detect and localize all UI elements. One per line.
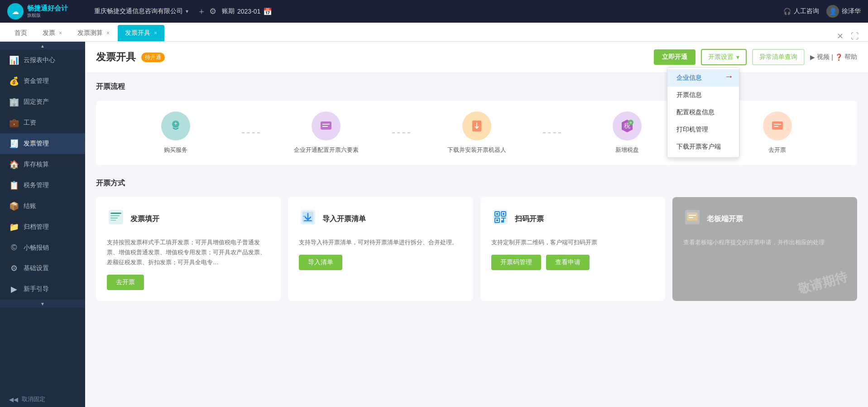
sidebar-item-label: 工资 [24,119,36,127]
download-icon [462,111,491,141]
fill-invoice-button[interactable]: 去开票 [107,275,144,290]
add-tax-icon: 税 + [613,111,642,141]
settings-dropdown: → 企业信息 开票信息 配置税盘信息 打印机管理 下载开票客户端 [667,67,739,158]
method-card-boss-invoice: 老板端开票 查看老板端小程序提交的开票申请，并作出相应的处理 敬请期待 [672,197,857,301]
sidebar-item-cloud-report[interactable]: 📊 云报表中心 [0,50,85,71]
top-bar: ☁ 畅捷通好会计 旗舰版 重庆畅捷交通信息咨询有限公司 ▾ ＋ ⚙ 账期 202… [0,0,868,23]
dropdown-item-invoice-info[interactable]: 开票信息 [667,87,739,104]
tab-invoice[interactable]: 发票 × [35,25,69,41]
flow-step-label: 购买服务 [164,146,187,154]
sidebar-scroll-up[interactable]: ▲ [0,42,85,50]
sidebar-item-fixed-assets[interactable]: 🏢 固定资产 [0,92,85,112]
page-title: 发票开具 [96,50,136,64]
methods-grid: 发票填开 支持按照发票样式手工填开发票；可开具增值税电子普通发票、增值税普通发票… [96,197,857,301]
sidebar-item-xiaochang[interactable]: © 小畅报销 [0,237,85,258]
support-button[interactable]: 🎧 人工咨询 [783,7,819,15]
salary-icon: 💼 [9,118,19,128]
settings-icon[interactable]: ⚙ [209,6,216,16]
method-header: 老板端开票 [683,208,846,230]
tab-home[interactable]: 首页 [7,25,34,41]
sidebar-item-salary[interactable]: 💼 工资 [0,112,85,133]
accounting-icon: 📦 [9,201,19,211]
inventory-icon: 🏠 [9,160,19,170]
scan-invoice-buttons: 开票码管理 查看申请 [491,255,654,270]
dropdown-item-tax-config[interactable]: 配置税盘信息 [667,104,739,121]
user-name: 徐泽华 [842,7,861,15]
calendar-icon[interactable]: 📅 [263,7,272,16]
headphone-icon: 🎧 [783,8,791,15]
red-arrow-icon: → [724,71,734,82]
avatar: 👤 [826,5,839,18]
settings-button[interactable]: 开票设置 ▾ [701,49,747,65]
close-icon[interactable]: × [154,30,157,36]
svg-rect-16 [110,215,120,216]
flow-step-label: 新增税盘 [615,146,639,154]
import-invoice-button[interactable]: 导入清单 [299,255,342,270]
sidebar-item-label: 发票管理 [24,140,49,148]
add-icon[interactable]: ＋ [197,6,206,17]
method-title: 发票填开 [130,214,159,224]
help-label: 帮助 [844,53,857,61]
activate-button[interactable]: 立即开通 [654,49,695,65]
sidebar-item-label: 归档管理 [24,223,49,231]
svg-rect-2 [321,121,331,130]
support-label: 人工咨询 [794,7,819,15]
flow-step-download: 下载并安装开票机器人 [410,111,542,154]
unpin-label: 取消固定 [22,395,45,403]
invoice-code-mgmt-button[interactable]: 开票码管理 [491,255,541,270]
dropdown-item-download-client[interactable]: 下载开票客户端 [667,138,739,155]
method-card-fill-invoice: 发票填开 支持按照发票样式手工填开发票；可开具增值税电子普通发票、增值税普通发票… [96,197,281,301]
sidebar-item-label: 基础设置 [24,264,49,272]
sidebar-item-inventory[interactable]: 🏠 库存核算 [0,154,85,175]
tax-icon: 📋 [9,180,19,190]
boss-invoice-icon [683,208,701,230]
sidebar-item-new-guide[interactable]: ▶ 新手引导 [0,279,85,300]
page-content: 开票流程 + 购买服务 [85,73,868,407]
invoice-mgmt-icon: 🧾 [9,139,19,149]
sidebar-item-basic-settings[interactable]: ⚙ 基础设置 [0,258,85,279]
import-invoice-icon [299,208,317,230]
company-name: 重庆畅捷交通信息咨询有限公司 [94,7,183,15]
status-badge: 待开通 [141,53,165,62]
maximize-icon[interactable]: ⛶ [849,32,861,41]
flow-section-title: 开票流程 [96,82,857,92]
tab-invoice-open[interactable]: 发票开具 × [118,25,164,41]
flow-step-label: 下载并安装开票机器人 [447,146,506,154]
sidebar-item-tax[interactable]: 📋 税务管理 [0,175,85,196]
sidebar-item-archive[interactable]: 📁 归档管理 [0,217,85,237]
sidebar-cancel-pin[interactable]: ◀◀ 取消固定 [0,392,85,407]
svg-text:+: + [174,121,177,127]
sidebar: ▲ 📊 云报表中心 💰 资金管理 🏢 固定资产 💼 工资 🧾 发票管理 🏠 库存… [0,42,85,407]
close-window-icon[interactable]: ✕ [835,31,845,41]
company-selector[interactable]: 重庆畅捷交通信息咨询有限公司 ▾ [89,7,194,15]
close-icon[interactable]: × [59,30,62,36]
method-desc: 支持导入待开票清单，可对待开票清单进行拆分、合并处理。 [299,237,462,247]
svg-rect-25 [496,213,498,215]
sidebar-item-fund[interactable]: 💰 资金管理 [0,71,85,92]
flow-connector [242,132,260,133]
view-application-button[interactable]: 查看申请 [546,255,590,270]
sidebar-item-invoice-mgmt[interactable]: 🧾 发票管理 [0,133,85,154]
flow-connector [392,132,410,133]
exception-button[interactable]: 异常清单查询 [752,49,805,65]
sidebar-item-accounting[interactable]: 📦 结账 [0,196,85,217]
method-title: 老板端开票 [707,214,743,224]
user-info[interactable]: 👤 徐泽华 [826,5,861,18]
tab-invoice-test[interactable]: 发票测算 × [70,25,117,41]
header-actions: 立即开通 开票设置 ▾ 异常清单查询 ▶ 视频 | ❓ 帮助 → [654,49,857,65]
method-header: 发票填开 [107,208,270,230]
dropdown-item-printer[interactable]: 打印机管理 [667,121,739,138]
chevron-down-icon: ▾ [736,53,739,61]
flow-step-buy-service: + 购买服务 [110,111,242,154]
method-card-import-invoice: 导入开票清单 支持导入待开票清单，可对待开票清单进行拆分、合并处理。 导入清单 [288,197,473,301]
go-invoice-icon [763,111,792,141]
fund-icon: 💰 [9,76,19,86]
svg-rect-26 [503,213,504,215]
fill-invoice-icon [107,208,125,230]
sidebar-scroll-down[interactable]: ▼ [0,300,85,308]
video-button[interactable]: ▶ 视频 | ❓ 帮助 [810,53,857,61]
close-icon[interactable]: × [106,30,110,36]
page-header: 发票开具 待开通 立即开通 开票设置 ▾ 异常清单查询 ▶ 视频 | ❓ 帮助 [85,42,868,73]
sidebar-item-label: 小畅报销 [24,244,49,252]
period-value: 2023-01 [237,8,260,15]
